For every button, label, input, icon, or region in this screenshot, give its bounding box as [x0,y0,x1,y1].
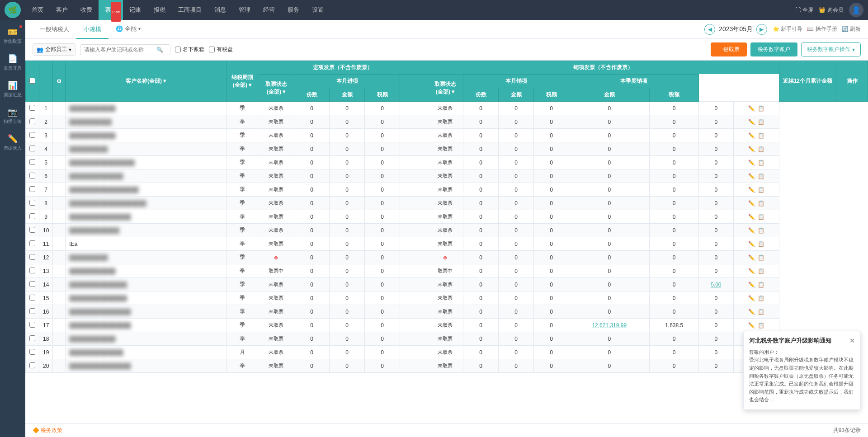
row-checkbox[interactable] [29,349,35,355]
copy-icon[interactable]: 📋 [758,173,764,179]
edit-icon[interactable]: ✏️ [748,254,755,261]
edit-icon[interactable]: ✏️ [748,119,755,125]
popup-close-btn[interactable]: ✕ [849,337,855,344]
copy-icon[interactable]: 📋 [758,268,764,274]
nav-customer[interactable]: 客户 [50,0,74,20]
nav-manage[interactable]: 管理 [232,0,257,20]
manual-btn[interactable]: 📖 操作手册 [807,25,837,33]
copy-icon[interactable]: 📋 [758,241,764,247]
member-btn[interactable]: 👑 购会员 [819,6,844,14]
copy-icon[interactable]: 📋 [758,119,764,125]
tab-general-taxpayer[interactable]: 一般纳税人 [33,20,76,39]
copy-icon[interactable]: 📋 [758,214,764,220]
fullscreen-btn[interactable]: ⛶ 全屏 [795,6,813,14]
row-checkbox[interactable] [29,105,35,111]
row-checkbox[interactable] [29,322,35,328]
th-name[interactable]: 客户名称(全部) ▾ [66,61,226,102]
sidebar-item-entry[interactable]: ✏️ 票据录入 [1,130,24,155]
checkbox-tax-disk-input[interactable] [209,47,215,52]
digital-account-btn[interactable]: 税务数字账户 [750,42,797,56]
th-out-status[interactable]: 取票状态(全部) ▾ [427,75,463,102]
sidebar-item-open-invoice[interactable]: 📄 发票开具 [1,50,24,75]
qt-amount-link[interactable]: 12,621,319.99 [592,322,627,329]
nav-billing[interactable]: 收费 [74,0,99,20]
tab-small-scale[interactable]: 小规模 [76,20,108,39]
row-checkbox[interactable] [29,146,35,151]
nav-tax[interactable]: 报税 [147,0,172,20]
checkbox-sub-account[interactable]: 名下账套 [175,46,204,53]
edit-icon[interactable]: ✏️ [748,241,755,247]
edit-icon[interactable]: ✏️ [748,227,755,234]
copy-icon[interactable]: 📋 [758,322,764,329]
sidebar-item-scan[interactable]: 📷 扫描上传 [1,103,24,128]
row-checkbox[interactable] [29,200,35,206]
copy-icon[interactable]: 📋 [758,295,764,301]
select-all-checkbox[interactable] [29,78,35,84]
copy-icon[interactable]: 📋 [758,254,764,261]
edit-icon[interactable]: ✏️ [748,309,755,315]
nav-operation[interactable]: 经营 [257,0,281,20]
checkbox-tax-disk[interactable]: 有税盘 [209,46,233,53]
one-click-btn[interactable]: 一键取票 [711,42,747,56]
digital-account-ops-btn[interactable]: 税务数字账户操作 ▾ [801,42,861,56]
row-checkbox[interactable] [29,295,35,301]
copy-icon[interactable]: 📋 [758,132,764,139]
copy-icon[interactable]: 📋 [758,200,764,207]
refresh-btn[interactable]: 🔄 刷新 [842,25,861,33]
copy-icon[interactable]: 📋 [758,146,764,152]
edit-icon[interactable]: ✏️ [748,187,755,193]
copy-icon[interactable]: 📋 [758,282,764,288]
checkbox-sub-account-input[interactable] [175,47,181,52]
row-checkbox[interactable] [29,335,35,341]
row-checkbox[interactable] [29,227,35,233]
edit-icon[interactable]: ✏️ [748,105,755,112]
next-month-btn[interactable]: ▶ [756,24,767,35]
row-checkbox[interactable] [29,362,35,368]
copy-icon[interactable]: 📋 [758,309,764,315]
th-in-status[interactable]: 取票状态(全部) ▾ [258,75,294,102]
search-input[interactable] [84,45,156,55]
new-guide-btn[interactable]: ⭐ 新手引导 [773,25,802,33]
nav-message[interactable]: 消息 [208,0,232,20]
user-avatar[interactable]: 👤 [849,3,863,17]
edit-icon[interactable]: ✏️ [748,214,755,220]
row-checkbox[interactable] [29,173,35,179]
nav-home[interactable]: 首页 [25,0,50,20]
copy-icon[interactable]: 📋 [758,227,764,234]
tab-all[interactable]: 🌐 全能 ▾ [108,20,148,39]
copy-icon[interactable]: 📋 [758,187,764,193]
search-icon[interactable]: 🔍 [156,47,163,53]
sidebar-item-summary[interactable]: 📊 票据汇总 [1,77,24,102]
row-checkbox[interactable] [29,281,35,287]
row-checkbox[interactable] [29,118,35,124]
th-period[interactable]: 纳税周期(全部) ▾ [226,61,258,102]
edit-icon[interactable]: ✏️ [748,282,755,288]
edit-icon[interactable]: ✏️ [748,322,755,329]
nav-settings[interactable]: 设置 [306,0,330,20]
edit-icon[interactable]: ✏️ [748,200,755,207]
row-checkbox[interactable] [29,240,35,246]
row-checkbox[interactable] [29,159,35,165]
cumulative-link[interactable]: 5.00 [711,282,721,288]
copy-icon[interactable]: 📋 [758,160,764,166]
row-checkbox[interactable] [29,132,35,138]
prev-month-btn[interactable]: ◀ [704,24,715,35]
tax-policy-link[interactable]: 🔶 税务政策 [33,427,62,434]
edit-icon[interactable]: ✏️ [748,268,755,274]
row-checkbox[interactable] [29,186,35,192]
sidebar-item-smart-invoice[interactable]: 🎫 智能取票 [1,23,24,48]
nav-service[interactable]: 服务 [281,0,306,20]
row-checkbox[interactable] [29,308,35,314]
row-checkbox[interactable] [29,268,35,273]
edit-icon[interactable]: ✏️ [748,146,755,152]
app-logo[interactable]: 🌿 [5,2,21,18]
nav-accounting[interactable]: 记账 [123,0,147,20]
nav-invoice[interactable]: 票据new [99,0,123,20]
nav-business[interactable]: 工商项目 [172,0,208,20]
edit-icon[interactable]: ✏️ [748,160,755,166]
edit-icon[interactable]: ✏️ [748,132,755,139]
employee-select[interactable]: 👥 全部员工 ▾ [33,43,75,56]
copy-icon[interactable]: 📋 [758,105,764,112]
edit-icon[interactable]: ✏️ [748,295,755,301]
edit-icon[interactable]: ✏️ [748,173,755,179]
